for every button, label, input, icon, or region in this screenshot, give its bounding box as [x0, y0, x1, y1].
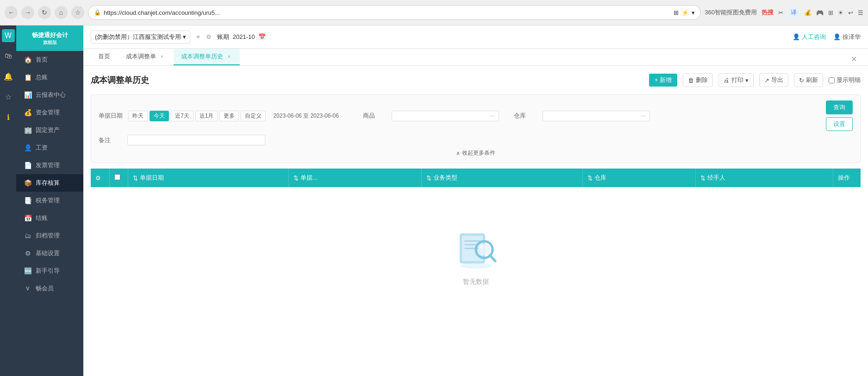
- tab-home[interactable]: 首页: [91, 49, 118, 65]
- new-btn[interactable]: + 新增: [649, 74, 677, 87]
- export-btn[interactable]: ↗ 导出: [759, 73, 788, 87]
- collapse-btn[interactable]: ∧ 收起更多条件: [99, 149, 853, 157]
- browser-chrome: ← → ↻ ⌂ ☆ 🔒 https://cloud.chanjet.com/ac…: [0, 0, 868, 25]
- toolbar: + 新增 🗑 删除 🖨 打印 ▾ ↗ 导出 ↻: [649, 73, 861, 87]
- sidebar-item-member[interactable]: V 畅会员: [16, 280, 83, 297]
- date-btn-custom[interactable]: 自定义: [241, 111, 266, 121]
- forward-btn[interactable]: →: [21, 6, 34, 19]
- sidebar-item-home[interactable]: 🏠 首页: [16, 51, 83, 69]
- page-content: 成本调整单历史 + 新增 🗑 删除 🖨 打印 ▾ ↗ 导出: [83, 66, 868, 376]
- scissors-icon[interactable]: ✂: [778, 9, 783, 16]
- home-btn[interactable]: ⌂: [55, 6, 68, 19]
- tab-cost-adjust-history-label: 成本调整单历史: [181, 52, 223, 61]
- reports-icon: 📊: [24, 91, 32, 99]
- sidebar-item-settings[interactable]: ⚙ 基础设置: [16, 244, 83, 262]
- reload-btn[interactable]: ↻: [38, 6, 51, 19]
- search-label: 360智能抠图免费用: [705, 8, 757, 17]
- user-profile-btn[interactable]: 👤 徐泽华: [833, 33, 861, 41]
- query-btn[interactable]: 查询: [826, 100, 853, 114]
- sidebar-item-closing[interactable]: 📅 结账: [16, 209, 83, 227]
- tab-cost-adjust[interactable]: 成本调整单 ×: [119, 49, 173, 65]
- th-check[interactable]: [109, 169, 128, 187]
- warehouse-more-icon[interactable]: ···: [641, 113, 646, 119]
- company-name: (勿删勿禁用）江西服宝测试专用: [95, 33, 181, 41]
- top-bar-right: 👤 人工咨询 👤 徐泽华: [793, 33, 861, 41]
- th-no[interactable]: ⇅ 单据...: [288, 169, 422, 187]
- display-detail-label: 显示明细: [837, 76, 861, 84]
- date-quick-btns: 昨天 今天 近7天 近1月 更多 自定义: [128, 111, 266, 121]
- th-handler[interactable]: ⇅ 经手人: [696, 169, 833, 187]
- rail-star-icon[interactable]: ☆: [2, 90, 15, 103]
- url-bar[interactable]: 🔒 https://cloud.chanjet.com/accounting/u…: [88, 5, 701, 20]
- rail-weibo-icon[interactable]: W: [2, 29, 15, 42]
- translate-icon[interactable]: 译: [788, 7, 799, 18]
- rail-info-icon[interactable]: ℹ: [2, 111, 15, 124]
- date-btn-month[interactable]: 近1月: [195, 111, 218, 121]
- sidebar-item-fixed-assets[interactable]: 🏢 固定资产: [16, 121, 83, 139]
- bookmark-btn[interactable]: ☆: [71, 6, 84, 19]
- product-more-icon[interactable]: ···: [490, 113, 495, 119]
- add-company-btn[interactable]: +: [196, 33, 200, 41]
- account-period-label: 账期: [217, 33, 229, 41]
- select-all-checkbox[interactable]: [114, 174, 120, 180]
- sun-icon[interactable]: ☀: [838, 9, 843, 16]
- query-settings-btns: 查询 设置: [826, 100, 853, 131]
- tab-cost-adjust-history[interactable]: 成本调整单历史 ×: [174, 49, 240, 65]
- display-detail-input[interactable]: [829, 77, 835, 83]
- settings-gear-icon[interactable]: ⚙: [206, 33, 212, 40]
- warehouse-filter-input[interactable]: [547, 113, 639, 119]
- sidebar-item-reports[interactable]: 📊 云报表中心: [16, 86, 83, 104]
- print-btn[interactable]: 🖨 打印 ▾: [718, 73, 754, 87]
- calendar-icon[interactable]: 📅: [258, 33, 266, 40]
- company-selector[interactable]: (勿删勿禁用）江西服宝测试专用 ▾: [91, 31, 190, 44]
- sidebar-item-ledger[interactable]: 📋 总账: [16, 69, 83, 86]
- sidebar-item-guide[interactable]: 🆕 新手引导: [16, 262, 83, 280]
- display-detail-checkbox[interactable]: 显示明细: [829, 76, 861, 84]
- user-service-btn[interactable]: 👤 人工咨询: [793, 33, 826, 41]
- date-btn-today[interactable]: 今天: [150, 111, 169, 121]
- collapse-area: ∧ 收起更多条件: [99, 149, 853, 157]
- rail-shop-icon[interactable]: 🛍: [2, 50, 15, 63]
- apps-icon[interactable]: ⊞: [828, 9, 833, 16]
- sidebar-item-archive[interactable]: 🗂 归档管理: [16, 227, 83, 244]
- menu-icon[interactable]: ☰: [858, 9, 863, 16]
- filter-settings-btn[interactable]: 设置: [826, 117, 853, 131]
- grid-icon: ⊞: [674, 9, 679, 16]
- window-close-btn[interactable]: ✕: [847, 53, 861, 65]
- product-filter-input[interactable]: [396, 113, 488, 119]
- refresh-icon: ↻: [799, 77, 804, 84]
- game-icon[interactable]: 🎮: [816, 9, 824, 16]
- archive-icon: 🗂: [24, 232, 32, 239]
- sidebar-logo[interactable]: 畅捷通好会计 旗舰版: [16, 25, 83, 51]
- guide-icon: 🆕: [24, 267, 32, 275]
- rail-notification-icon[interactable]: 🔔: [2, 70, 15, 83]
- salary-icon: 👤: [24, 144, 32, 151]
- remark-filter-input[interactable]: [131, 137, 261, 144]
- th-biz-type[interactable]: ⇅ 业务类型: [422, 169, 582, 187]
- sidebar-item-invoice[interactable]: 📄 发票管理: [16, 157, 83, 174]
- back-btn[interactable]: ←: [5, 6, 18, 19]
- sidebar-item-salary[interactable]: 👤 工资: [16, 139, 83, 157]
- undo-icon[interactable]: ↩: [848, 9, 853, 16]
- collapse-arrow-icon: ∧: [456, 150, 460, 157]
- th-handler-label: 经手人: [707, 174, 725, 182]
- print-dropdown-icon: ▾: [745, 77, 749, 84]
- sidebar-item-inventory[interactable]: 📦 库存核算: [16, 174, 83, 192]
- date-btn-more[interactable]: 更多: [219, 111, 239, 121]
- delete-btn[interactable]: 🗑 删除: [683, 73, 713, 87]
- refresh-btn[interactable]: ↻ 刷新: [794, 73, 823, 87]
- tab-cost-adjust-close[interactable]: ×: [159, 53, 165, 60]
- th-date[interactable]: ⇅ 单据日期: [128, 169, 288, 187]
- th-gear[interactable]: ⚙: [91, 169, 109, 187]
- page-header: 成本调整单历史 + 新增 🗑 删除 🖨 打印 ▾ ↗ 导出: [91, 73, 861, 87]
- date-filter-label: 单据日期: [99, 112, 123, 120]
- date-btn-yesterday[interactable]: 昨天: [128, 111, 148, 121]
- tab-bar: 首页 成本调整单 × 成本调整单历史 × ✕: [83, 49, 868, 66]
- wallet-icon[interactable]: 💰: [804, 9, 812, 16]
- sidebar-item-funds[interactable]: 💰 资金管理: [16, 104, 83, 121]
- th-warehouse[interactable]: ⇅ 仓库: [582, 169, 696, 187]
- date-btn-week[interactable]: 近7天: [171, 111, 194, 121]
- sidebar-item-tax[interactable]: 📑 税务管理: [16, 192, 83, 209]
- hot-label: 热搜: [762, 8, 774, 17]
- tab-cost-adjust-history-close[interactable]: ×: [226, 53, 232, 60]
